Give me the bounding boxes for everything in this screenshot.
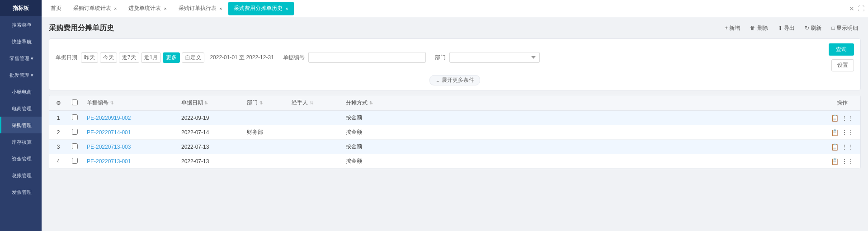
tab-bar-right: ✕ ⛶ [849,5,864,12]
cell-actions-3[interactable]: 📋⋮⋮ [824,154,860,169]
tab-label-home: 首页 [51,5,61,12]
delete-button[interactable]: 🗑 删除 [747,23,770,34]
doc-no-link-2[interactable]: PE-20220713-003 [87,144,131,150]
add-button[interactable]: + 新增 [722,23,743,34]
col-header-dept[interactable]: 部门 ⇅ [242,95,288,111]
row-checkbox-2[interactable] [72,143,78,149]
date-shortcut-自定义[interactable]: 自定义 [182,52,204,63]
doc-no-link-3[interactable]: PE-20220713-001 [87,158,131,165]
cell-no-0: 1 [49,111,67,125]
col-header-split_method[interactable]: 分摊方式 ⇅ [341,95,824,111]
doc-no-link-0[interactable]: PE-20220919-002 [87,115,131,121]
query-button[interactable]: 查询 [829,43,854,56]
sidebar: 指标板 搜索菜单快捷导航零售管理 ▾批发管理 ▾小畅电商电商管理采购管理库存核算… [0,0,42,231]
sidebar-item-wholesale[interactable]: 批发管理 ▾ [0,66,42,83]
tab-close-inbound-stats[interactable]: × [164,6,166,11]
cell-doc-no-3[interactable]: PE-20220713-001 [82,154,177,169]
more-icon-0[interactable]: ⋮⋮ [841,114,854,122]
dept-field: 部门 财务部 [435,52,540,63]
cell-doc-no-0[interactable]: PE-20220919-002 [82,111,177,125]
date-shortcut-近7天[interactable]: 近7天 [119,52,139,63]
settings-icon[interactable]: ⚙ [56,100,61,106]
table-row: 4PE-20220713-0012022-07-13按金额📋⋮⋮ [49,154,860,169]
cell-actions-1[interactable]: 📋⋮⋮ [824,125,860,140]
tab-purchase-order-stats[interactable]: 采购订单统计表 × [68,2,122,15]
cell-doc-date-0: 2022-09-19 [177,111,242,125]
tab-purchase-order-exec[interactable]: 采购订单执行表 × [173,2,227,15]
col-header-doc_no[interactable]: 单据编号 ⇅ [82,95,177,111]
sidebar-item-purchase[interactable]: 采购管理 [0,117,42,133]
sidebar-item-label-purchase: 采购管理 [4,122,39,129]
cell-no-2: 3 [49,140,67,154]
page-title: 采购费用分摊单历史 [49,24,114,33]
dept-select[interactable]: 财务部 [449,52,540,63]
sidebar-item-quick[interactable]: 快捷导航 [0,33,42,50]
cell-handler-3 [287,154,341,169]
tab-close-purchase-order-stats[interactable]: × [114,6,117,11]
cell-doc-no-2[interactable]: PE-20220713-003 [82,140,177,154]
dept-label: 部门 [435,54,446,61]
sidebar-item-ledger[interactable]: 总账管理 [0,167,42,184]
sidebar-item-search[interactable]: 搜索菜单 [0,16,42,33]
sort-icon-doc_date: ⇅ [204,100,208,105]
date-shortcut-近1月[interactable]: 近1月 [141,52,161,63]
date-label: 单据日期 [56,54,77,61]
more-icon-3[interactable]: ⋮⋮ [841,158,854,165]
date-range-text: 2022-01-01 至 2022-12-31 [210,54,274,61]
display-detail-button[interactable]: □ 显示明细 [829,23,861,34]
sidebar-item-inventory[interactable]: 库存核算 [0,133,42,150]
toolbar: + 新增 🗑 删除 ⬆ 导出 ↻ 刷新 □ 显示明细 [722,23,861,34]
view-icon-1[interactable]: 📋 [831,129,839,136]
sidebar-item-ecommerce[interactable]: 电商管理 [0,100,42,117]
cell-doc-no-1[interactable]: PE-20220714-001 [82,125,177,140]
row-checkbox-0[interactable] [72,114,78,120]
col-header-handler[interactable]: 经手人 ⇅ [287,95,341,111]
refresh-button[interactable]: ↻ 刷新 [802,23,824,34]
tab-purchase-expense-history[interactable]: 采购费用分摊单历史 × [228,2,293,15]
col-header-doc_date[interactable]: 单据日期 ⇅ [177,95,242,111]
date-shortcut-更多[interactable]: 更多 [163,52,180,63]
cell-actions-2[interactable]: 📋⋮⋮ [824,140,860,154]
view-icon-3[interactable]: 📋 [831,158,839,165]
view-icon-0[interactable]: 📋 [831,114,839,122]
search-actions: 查询 设置 [829,43,854,71]
cell-check-2[interactable] [67,140,82,154]
view-icon-2[interactable]: 📋 [831,143,839,151]
cell-doc-date-2: 2022-07-13 [177,140,242,154]
doc-no-input[interactable] [308,52,426,63]
sidebar-item-label-miniapp: 小畅电商 [4,89,39,95]
more-icon-1[interactable]: ⋮⋮ [841,129,854,136]
sidebar-item-miniapp[interactable]: 小畅电商 [0,83,42,100]
cell-check-0[interactable] [67,111,82,125]
date-shortcut-今天[interactable]: 今天 [100,52,117,63]
cell-no-1: 2 [49,125,67,140]
sidebar-item-label-ledger: 总账管理 [4,172,39,179]
doc-no-link-1[interactable]: PE-20220714-001 [87,129,131,136]
select-all-checkbox[interactable] [72,99,78,105]
tab-label-purchase-order-exec: 采购订单执行表 [179,5,217,12]
tab-close-purchase-expense-history[interactable]: × [285,6,288,11]
row-checkbox-3[interactable] [72,158,78,164]
more-icon-2[interactable]: ⋮⋮ [841,143,854,151]
expand-conditions-button[interactable]: ⌄ 展开更多条件 [429,75,480,85]
date-shortcut-昨天[interactable]: 昨天 [81,52,98,63]
maximize-icon[interactable]: ⛶ [858,5,864,12]
cell-actions-0[interactable]: 📋⋮⋮ [824,111,860,125]
cell-dept-1: 财务部 [242,125,288,140]
tab-close-purchase-order-exec[interactable]: × [219,6,222,11]
row-checkbox-1[interactable] [72,129,78,135]
export-button[interactable]: ⬆ 导出 [775,23,797,34]
cell-check-1[interactable] [67,125,82,140]
data-table: ⚙单据编号 ⇅单据日期 ⇅部门 ⇅经手人 ⇅分摊方式 ⇅操作 1PE-20220… [49,95,861,169]
close-window-icon[interactable]: ✕ [849,5,854,12]
table-row: 1PE-20220919-0022022-09-19按金额📋⋮⋮ [49,111,860,125]
tab-home[interactable]: 首页 [45,2,67,15]
settings-button[interactable]: 设置 [831,59,854,71]
sidebar-item-finance[interactable]: 资金管理 [0,150,42,167]
sidebar-item-label-inventory: 库存核算 [4,139,39,146]
tab-inbound-stats[interactable]: 进货单统计表 × [123,2,172,15]
cell-check-3[interactable] [67,154,82,169]
sidebar-item-retail[interactable]: 零售管理 ▾ [0,50,42,66]
sidebar-item-invoice[interactable]: 发票管理 [0,184,42,200]
table-row: 3PE-20220713-0032022-07-13按金额📋⋮⋮ [49,140,860,154]
